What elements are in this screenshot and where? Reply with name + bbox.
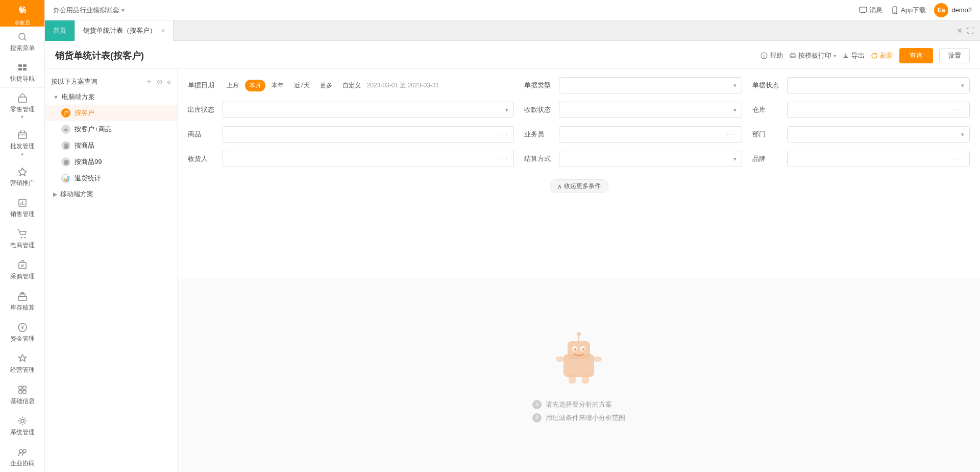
date-btn-7days[interactable]: 近7天 xyxy=(290,80,314,91)
filter-brand-dots: ··· xyxy=(954,154,964,163)
filter-payment-arrow: ▾ xyxy=(733,107,737,113)
topbar-title-text: 办公用品行业模拟账套 xyxy=(53,6,119,15)
scheme-collapse-btn[interactable]: « xyxy=(167,78,171,86)
sidebar-label-sales: 销售管理 xyxy=(10,210,35,219)
scheme-edit-btn[interactable]: ⊙ xyxy=(157,78,163,86)
sidebar-item-retail[interactable]: 零售管理 ▾ xyxy=(0,88,44,125)
sidebar-item-purchase[interactable]: 采购管理 xyxy=(0,255,44,286)
svg-rect-5 xyxy=(23,64,27,67)
logo[interactable]: 畅 标账员 xyxy=(0,0,45,27)
search-label: 搜索菜单 xyxy=(10,44,35,53)
svg-point-50 xyxy=(577,332,581,336)
scheme-sub-by-goods[interactable]: ▦ 按商品 xyxy=(45,137,177,154)
settings-btn[interactable]: 设置 xyxy=(939,48,970,63)
topbar-msg-btn[interactable]: 消息 xyxy=(859,6,883,15)
filter-outbound-control[interactable]: ▾ xyxy=(223,102,514,118)
system-icon xyxy=(17,416,28,426)
svg-point-17 xyxy=(24,237,26,239)
filter-department-item: 部门 ▾ xyxy=(752,126,970,143)
filter-settlement-arrow: ▾ xyxy=(733,156,737,162)
tab-controls: ✕ ⛶ xyxy=(950,27,980,35)
avatar-text: Ea xyxy=(938,7,945,14)
tab-active[interactable]: 销货单统计表（按客户） × xyxy=(75,20,174,41)
filter-salesperson-dots: ··· xyxy=(726,130,736,139)
print-btn[interactable]: 按模板打印 ▾ xyxy=(789,51,836,60)
topbar-user[interactable]: Ea demo2 xyxy=(934,3,972,17)
filter-salesperson-control[interactable]: ··· xyxy=(559,126,742,143)
scheme-sub-by-customer[interactable]: 户 按客户 xyxy=(45,105,177,121)
scheme-group-mobile-header[interactable]: ▶ 移动端方案 xyxy=(45,186,177,202)
filter-status-control[interactable]: ▾ xyxy=(787,77,970,93)
tab-close-window-icon[interactable]: ✕ xyxy=(957,27,963,35)
filter-settlement-control[interactable]: ▾ xyxy=(559,151,742,167)
help-btn[interactable]: ? 帮助 xyxy=(761,51,783,60)
refresh-btn[interactable]: 刷新 xyxy=(871,51,893,60)
date-range-text: 2023-03-01 至 2023-03-31 xyxy=(367,81,439,90)
date-btn-this-year[interactable]: 本年 xyxy=(267,80,288,91)
filter-consignee-label: 收货人 xyxy=(188,154,218,163)
sidebar-item-basics[interactable]: 基础信息 xyxy=(0,380,44,411)
filter-consignee-control[interactable]: ··· xyxy=(223,151,514,167)
phone-icon xyxy=(891,6,899,14)
tab-close-btn[interactable]: × xyxy=(161,27,165,34)
svg-rect-7 xyxy=(23,68,27,70)
scheme-sub-by-customer-goods[interactable]: ≡ 按客户+商品 xyxy=(45,121,177,137)
sidebar-item-marketing[interactable]: 营销推广 xyxy=(0,161,44,193)
quick-nav-btn[interactable]: 快捷导航 xyxy=(0,58,44,88)
sidebar-item-sales[interactable]: 销售管理 xyxy=(0,193,44,224)
scheme-sub-icon-cg: ≡ xyxy=(61,125,70,134)
print-icon xyxy=(789,52,796,59)
sidebar-item-system[interactable]: 系统管理 xyxy=(0,411,44,442)
filter-department-control[interactable]: ▾ xyxy=(787,126,970,143)
filter-goods-label: 商品 xyxy=(188,130,218,139)
scheme-sub-refund[interactable]: 📊 退货统计 xyxy=(45,170,177,186)
date-btn-custom[interactable]: 自定义 xyxy=(338,80,365,91)
svg-rect-44 xyxy=(568,341,590,359)
svg-rect-42 xyxy=(843,57,848,58)
sidebar-item-finance[interactable]: ¥ 资金管理 xyxy=(0,317,44,348)
print-label: 按模板打印 xyxy=(798,51,831,60)
topbar: 办公用品行业模拟账套 ▾ 消息 App下载 Ea xyxy=(45,0,980,20)
tabs-bar: 首页 销货单统计表（按客户） × ✕ ⛶ xyxy=(45,20,980,41)
svg-text:¥: ¥ xyxy=(20,325,24,331)
tab-home[interactable]: 首页 xyxy=(45,20,75,41)
filter-salesperson-label: 业务员 xyxy=(524,130,555,139)
collapse-bar: ∧ 收起更多条件 xyxy=(188,175,970,197)
filter-brand-control[interactable]: ··· xyxy=(787,151,970,167)
scheme-group-mobile-label: 移动端方案 xyxy=(60,190,93,199)
topbar-app-btn[interactable]: App下载 xyxy=(891,6,926,15)
filter-type-control[interactable]: ▾ xyxy=(559,77,742,93)
scheme-sub-by-goods99[interactable]: ▦ 按商品99 xyxy=(45,154,177,170)
sidebar-item-cooperation[interactable]: 企业协同 xyxy=(0,442,44,472)
sidebar-item-wholesale[interactable]: 批发管理 ▴ xyxy=(0,125,44,161)
svg-point-16 xyxy=(20,237,22,239)
filter-warehouse-control[interactable]: ··· xyxy=(787,102,970,118)
query-btn[interactable]: 查询 xyxy=(899,48,933,63)
svg-rect-9 xyxy=(18,133,27,138)
filter-payment-item: 收款状态 ▾ xyxy=(524,102,742,118)
filter-row-3: 商品 ··· 业务员 ··· xyxy=(188,126,970,143)
collapse-btn[interactable]: ∧ 收起更多条件 xyxy=(550,179,608,193)
date-btn-more[interactable]: 更多 xyxy=(316,80,336,91)
topbar-arrow-icon: ▾ xyxy=(121,7,125,14)
sidebar-label-inventory: 库存核算 xyxy=(10,303,35,312)
scheme-group-desktop-header[interactable]: ▼ 电脑端方案 xyxy=(45,89,177,105)
export-btn[interactable]: 导出 xyxy=(842,51,865,60)
date-btn-this-month[interactable]: 本月 xyxy=(245,80,265,91)
tab-maximize-icon[interactable]: ⛶ xyxy=(967,27,974,35)
filter-row-2: 出库状态 ▾ 收款状态 ▾ xyxy=(188,102,970,118)
sidebar-item-inventory[interactable]: 库存核算 xyxy=(0,286,44,317)
filter-goods-control[interactable]: ··· xyxy=(223,126,514,143)
scheme-add-btn[interactable]: ＋ xyxy=(145,77,153,86)
ecommerce-icon xyxy=(17,229,28,239)
sidebar-item-ecommerce[interactable]: 电商管理 xyxy=(0,224,44,255)
marketing-icon xyxy=(17,167,28,177)
filter-payment-control[interactable]: ▾ xyxy=(559,102,742,118)
tip-text-2: 用过滤条件来缩小分析范围 xyxy=(546,413,625,422)
scheme-sub-label-goods99: 按商品99 xyxy=(75,157,102,167)
nav-label: 快捷导航 xyxy=(10,75,35,83)
scheme-panel: 按以下方案查询 ＋ ⊙ « ▼ 电脑端方案 户 按客户 xyxy=(45,69,178,472)
sidebar-search-btn[interactable]: 搜索菜单 xyxy=(0,27,44,58)
sidebar-item-operations[interactable]: 经营管理 xyxy=(0,348,44,380)
date-btn-last-month[interactable]: 上月 xyxy=(223,80,243,91)
